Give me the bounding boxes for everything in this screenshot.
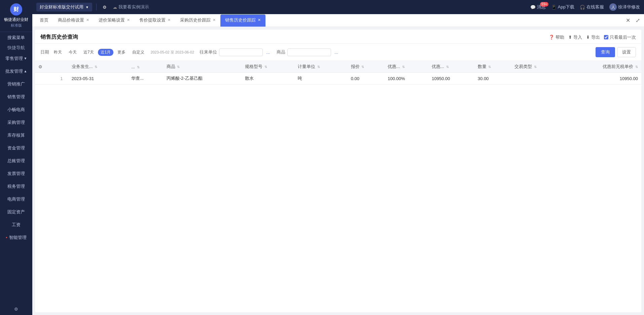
sidebar-item-wholesale[interactable]: 批发管理 ▲ <box>0 65 32 78</box>
export-btn[interactable]: ⬇ 导出 <box>586 34 600 40</box>
product-selector[interactable]: 好业财标准版交付试用 ▼ <box>36 3 92 11</box>
tab-purchase-strategy[interactable]: 进价策略设置 ✕ <box>94 14 135 27</box>
cell-trans-type <box>511 73 564 84</box>
col-discount-rate[interactable]: 优惠... ⇅ <box>384 61 428 73</box>
incoming-unit-input[interactable] <box>219 48 263 56</box>
user-menu[interactable]: 人 徐泽华修改 <box>609 3 640 11</box>
logo-title: 畅捷通好业财 标准版 <box>4 17 28 28</box>
query-btn[interactable]: 查询 <box>596 47 615 57</box>
question-icon: ❓ <box>549 35 554 40</box>
sort-icon-discount-price: ⇅ <box>446 65 449 69</box>
sort-icon-discount-rate: ⇅ <box>402 65 405 69</box>
smart-dot-icon: ● <box>6 236 7 239</box>
page-header: 销售历史价查询 ❓ 帮助 ⬆ 导入 ⬇ 导出 只看最后一次 <box>35 30 641 44</box>
sort-icon-extra: ⇅ <box>137 65 140 69</box>
sidebar-item-finance[interactable]: 资金管理 <box>0 142 32 154</box>
sidebar-search[interactable]: 搜索菜单 <box>0 32 32 43</box>
sidebar-item-purchase[interactable]: 采购管理 <box>0 116 32 129</box>
col-trans-type[interactable]: 交易类型 ⇅ <box>511 61 564 73</box>
only-last-checkbox[interactable]: 只看最后一次 <box>604 34 636 40</box>
headset-icon: 🎧 <box>580 5 585 10</box>
col-rownum <box>55 61 68 73</box>
sidebar-item-ecommerce[interactable]: 电商管理 <box>0 193 32 206</box>
incoming-unit-filter-group: 往来单位 ... <box>200 48 271 56</box>
tab-purchase-history[interactable]: 采购历史价跟踪 ✕ <box>175 14 220 27</box>
sidebar-quick-nav[interactable]: 快捷导航 <box>0 43 32 52</box>
settings-btn[interactable]: ⚙ <box>101 3 109 11</box>
sidebar-item-smart[interactable]: ● 智能管理 <box>0 231 32 244</box>
date-range-display: 2023-05-02 至 2023-06-02 <box>150 50 194 55</box>
incoming-unit-dots[interactable]: ... <box>265 50 271 55</box>
sidebar-item-sales[interactable]: 销售管理 <box>0 91 32 103</box>
sidebar-item-tax[interactable]: 税务管理 <box>0 180 32 193</box>
cell-biz-date: 2023-05-31 <box>68 73 128 84</box>
date-options: 昨天 今天 近7天 近1月 更多 自定义 <box>51 49 147 56</box>
tabbar: 首页 商品价格设置 ✕ 进价策略设置 ✕ 售价提取设置 ✕ 采购历史价跟踪 ✕ … <box>32 14 644 27</box>
tab-price-extract[interactable]: 售价提取设置 ✕ <box>135 14 175 27</box>
sidebar-item-invoice[interactable]: 发票管理 <box>0 167 32 180</box>
col-unit[interactable]: 计量单位 ⇅ <box>294 61 347 73</box>
date-opt-more[interactable]: 更多 <box>115 49 128 56</box>
table-header-row: ⚙ 业务发生... ⇅ ... ⇅ 商品 ⇅ <box>35 61 641 73</box>
help-btn[interactable]: ❓ 帮助 <box>549 34 564 40</box>
topbar-divider <box>96 4 97 10</box>
date-opt-last7days[interactable]: 近7天 <box>81 49 97 56</box>
settings-config-btn[interactable]: 设置 <box>617 47 636 57</box>
app-download-btn[interactable]: 📱 App下载 <box>551 4 574 10</box>
col-biz-date[interactable]: 业务发生... ⇅ <box>68 61 128 73</box>
col-price[interactable]: 报价 ⇅ <box>348 61 385 73</box>
date-opt-yesterday[interactable]: 昨天 <box>51 49 65 56</box>
tab-close-purchase-history[interactable]: ✕ <box>213 18 216 22</box>
tab-price-settings[interactable]: 商品价格设置 ✕ <box>53 14 94 27</box>
col-product[interactable]: 商品 ⇅ <box>163 61 242 73</box>
tab-close-purchase-strategy[interactable]: ✕ <box>127 18 130 22</box>
sidebar-item-xiaochangec[interactable]: 小畅电商 <box>0 103 32 116</box>
tab-maximize-btn[interactable]: ⤢ <box>634 16 641 24</box>
col-discount-price[interactable]: 优惠... ⇅ <box>428 61 474 73</box>
table-settings-icon[interactable]: ⚙ <box>38 64 42 69</box>
main-area: 好业财标准版交付试用 ▼ ⚙ ☁ 我要看实例演示 💬 消息 99+ 📱 App下… <box>32 0 644 315</box>
cell-quantity: 30.00 <box>474 73 511 84</box>
sidebar-item-inventory[interactable]: 库存核算 <box>0 129 32 142</box>
col-settings[interactable]: ⚙ <box>35 61 55 73</box>
sort-icon-quantity: ⇅ <box>488 65 491 69</box>
tab-close-window-btn[interactable]: ✕ <box>624 16 632 24</box>
messages-btn[interactable]: 💬 消息 99+ <box>530 4 546 10</box>
sidebar-item-payroll[interactable]: 工资 <box>0 218 32 231</box>
page-header-actions: ❓ 帮助 ⬆ 导入 ⬇ 导出 只看最后一次 <box>549 34 636 40</box>
tab-close-price-settings[interactable]: ✕ <box>86 18 89 22</box>
date-opt-custom[interactable]: 自定义 <box>130 49 147 56</box>
cell-extra: 华查... <box>128 73 163 84</box>
sort-icon-unit: ⇅ <box>317 65 320 69</box>
import-btn[interactable]: ⬆ 导入 <box>568 34 582 40</box>
sort-icon-pretax-price: ⇅ <box>635 65 638 69</box>
cell-discount-price: 10950.00 <box>428 73 474 84</box>
col-spec[interactable]: 规格型号 ⇅ <box>242 61 294 73</box>
import-icon: ⬆ <box>568 35 572 40</box>
product-name: 好业财标准版交付试用 <box>40 4 83 10</box>
only-last-input[interactable] <box>604 35 608 39</box>
tab-home[interactable]: 首页 <box>35 14 53 27</box>
sidebar-item-retail[interactable]: 零售管理 ▼ <box>0 52 32 65</box>
settings-icon: ⚙ <box>103 5 107 10</box>
tab-close-sales-history[interactable]: ✕ <box>258 18 261 22</box>
cell-settings <box>35 73 55 84</box>
col-pretax-price[interactable]: 优惠前无税单价 ⇅ <box>564 61 641 73</box>
sidebar-item-assets[interactable]: 固定资产 <box>0 206 32 218</box>
demo-link[interactable]: ☁ 我要看实例演示 <box>113 4 149 10</box>
online-service-btn[interactable]: 🎧 在线客服 <box>580 4 604 10</box>
sidebar-item-ledger[interactable]: 总账管理 <box>0 154 32 167</box>
col-extra[interactable]: ... ⇅ <box>128 61 163 73</box>
product-input[interactable] <box>287 48 331 56</box>
cell-price: 0.00 <box>348 73 385 84</box>
tab-sales-history[interactable]: 销售历史价跟踪 ✕ <box>220 14 265 27</box>
col-quantity[interactable]: 数量 ⇅ <box>474 61 511 73</box>
sidebar-settings-btn[interactable]: ⚙ <box>0 303 32 315</box>
tab-close-price-extract[interactable]: ✕ <box>168 18 171 22</box>
product-dots[interactable]: ... <box>333 50 339 55</box>
date-opt-today[interactable]: 今天 <box>66 49 79 56</box>
date-opt-last1month[interactable]: 近1月 <box>98 49 114 56</box>
sidebar-item-marketing[interactable]: 营销推广 <box>0 78 32 91</box>
sort-icon-trans-type: ⇅ <box>534 65 537 69</box>
date-filter-group: 日期 昨天 今天 近7天 近1月 更多 自定义 2023-05-02 至 202… <box>40 49 194 56</box>
